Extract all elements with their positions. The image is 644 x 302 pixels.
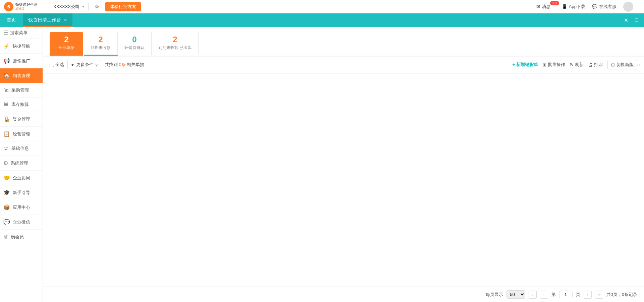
company-dropdown-arrow: ▼ xyxy=(82,5,85,8)
total-text: 共0页，0条记录 xyxy=(606,292,637,298)
print-label: 打印 xyxy=(594,62,603,68)
sales-icon: 🏠 xyxy=(3,72,10,79)
wecom-icon: 💬 xyxy=(3,219,10,225)
sidebar-newbie-label: 新手引导 xyxy=(13,190,30,196)
sidebar-item-inventory[interactable]: 🏛 库存核算 xyxy=(0,98,43,112)
online-service-label: 在线客服 xyxy=(599,4,616,10)
company-selector[interactable]: XXXXXX公司 ▼ xyxy=(50,2,89,11)
sidebar-item-marketing[interactable]: 📢 营销推广 xyxy=(0,54,43,68)
message-button[interactable]: ✉ 消息 99+ xyxy=(536,4,555,10)
operations-icon: 📋 xyxy=(3,131,10,137)
sidebar-item-basic-info[interactable]: 🗂 基础信息 xyxy=(0,141,43,156)
sidebar-basic-info-label: 基础信息 xyxy=(11,145,29,152)
tab-home[interactable]: 首页 xyxy=(0,13,23,27)
sidebar-item-quick-nav[interactable]: ⚡ 快捷导航 xyxy=(0,39,43,54)
trial-button[interactable]: 体验行业方案 xyxy=(105,2,141,11)
sidebar-item-wecom[interactable]: 💬 企业微信 xyxy=(0,215,43,230)
vip-icon: ♛ xyxy=(3,234,8,240)
header-right: ✉ 消息 99+ 📱 App下载 💬 在线客服 xyxy=(536,2,640,12)
message-icon: ✉ xyxy=(536,4,540,9)
enterprise-icon: 🤝 xyxy=(3,175,10,181)
stat-number-all: 2 xyxy=(56,35,76,44)
avatar[interactable] xyxy=(623,2,633,12)
company-name: XXXXXX公司 xyxy=(53,4,79,10)
quick-nav-icon: ⚡ xyxy=(3,43,10,49)
stat-tab-all[interactable]: 2 全部单据 xyxy=(50,32,83,56)
logo-area: 6 畅捷通好生意 标准版 xyxy=(4,2,47,11)
basic-info-icon: 🗂 xyxy=(3,145,9,152)
top-header: 6 畅捷通好生意 标准版 XXXXXX公司 ▼ ⚙ 体验行业方案 ✉ 消息 99… xyxy=(0,0,644,13)
select-all-label: 全选 xyxy=(55,62,64,68)
tab-close-button[interactable]: ✕ xyxy=(64,18,67,22)
filter-arrow: ∨ xyxy=(95,62,98,67)
stat-tab-overdue[interactable]: 2 到期未收款 xyxy=(84,32,118,56)
app-download-label: App下载 xyxy=(569,4,585,10)
sidebar-item-newbie[interactable]: 🎓 新手引导 xyxy=(0,185,43,200)
refresh-button[interactable]: ↻ 刷新 xyxy=(570,62,584,68)
logo-text: 畅捷通好生意 标准版 xyxy=(15,2,38,11)
sidebar-item-vip[interactable]: ♛ 畅会员 xyxy=(0,230,43,244)
marketing-icon: 📢 xyxy=(3,58,10,64)
purchase-icon: 🛍 xyxy=(3,87,9,93)
app-download-button[interactable]: 📱 App下载 xyxy=(562,4,585,10)
stat-tab-wangpu[interactable]: 0 旺铺待确认 xyxy=(118,32,152,56)
switch-version-button[interactable]: ⊡ 切换新版 xyxy=(607,60,637,69)
found-text: 共找到 0条 相关单据 xyxy=(105,62,144,68)
sidebar-wecom-label: 企业微信 xyxy=(13,219,30,225)
newbie-icon: 🎓 xyxy=(3,189,10,196)
main-content: 2 全部单据 2 到期未收款 0 旺铺待确认 2 到期未收款 已出库 全选 ▼ … xyxy=(43,27,644,302)
sidebar-item-purchase[interactable]: 🛍 采购管理 xyxy=(0,83,43,98)
sidebar-search[interactable]: ☰ 搜索菜单 xyxy=(0,27,43,39)
tab-current[interactable]: 钱货日清工作台 ✕ xyxy=(23,13,72,27)
sidebar-quick-nav-label: 快捷导航 xyxy=(13,43,30,49)
sidebar-vip-label: 畅会员 xyxy=(11,234,24,240)
tab-close-window-button[interactable]: ✕ xyxy=(622,16,630,24)
stat-label-overdue: 到期未收款 xyxy=(91,45,111,51)
add-order-button[interactable]: + 新增销货单 xyxy=(513,62,538,68)
stat-label-wangpu: 旺铺待确认 xyxy=(124,45,145,51)
more-filters-button[interactable]: ▼ 更多条件 ∨ xyxy=(67,60,101,69)
first-page-button[interactable]: « xyxy=(529,291,537,299)
toolbar-left: 全选 ▼ 更多条件 ∨ 共找到 0条 相关单据 xyxy=(50,60,508,69)
batch-icon: ⊞ xyxy=(543,62,546,67)
stat-label-shipped: 到期未收款 已出库 xyxy=(158,45,192,51)
sidebar-item-finance[interactable]: 🔒 资金管理 xyxy=(0,112,43,127)
service-icon: 💬 xyxy=(592,4,597,9)
batch-operation-button[interactable]: ⊞ 批量操作 xyxy=(543,62,565,68)
last-page-button[interactable]: » xyxy=(595,291,603,299)
system-icon: ⚙ xyxy=(3,160,8,166)
sidebar-item-operations[interactable]: 📋 经营管理 xyxy=(0,127,43,141)
inventory-icon: 🏛 xyxy=(3,102,9,108)
sidebar-item-system[interactable]: ⚙ 系统管理 xyxy=(0,156,43,171)
settings-button[interactable]: ⚙ xyxy=(92,2,102,12)
sidebar-enterprise-label: 企业协同 xyxy=(13,175,30,181)
page-label: 第 xyxy=(551,292,556,298)
more-filters-label: 更多条件 xyxy=(76,62,94,68)
print-button[interactable]: 🖨 打印 xyxy=(588,62,603,68)
tab-expand-button[interactable]: □ xyxy=(633,16,641,24)
stat-number-wangpu: 0 xyxy=(124,35,145,44)
sidebar-search-label: 搜索菜单 xyxy=(10,30,28,36)
sidebar-item-app-center[interactable]: 📦 应用中心 xyxy=(0,200,43,215)
per-page-select[interactable]: 50 100 200 xyxy=(506,290,525,299)
page-suffix: 页 xyxy=(576,292,580,298)
stat-number-shipped: 2 xyxy=(158,35,192,44)
per-page-label: 每页显示 xyxy=(486,292,503,298)
next-page-button[interactable]: › xyxy=(584,291,592,299)
prev-page-button[interactable]: ‹ xyxy=(540,291,548,299)
stat-number-overdue: 2 xyxy=(91,35,111,44)
filter-icon: ▼ xyxy=(70,62,75,67)
toolbar: 全选 ▼ 更多条件 ∨ 共找到 0条 相关单据 + 新增销货单 ⊞ 批量操作 ↻… xyxy=(43,57,644,73)
sidebar-item-sales[interactable]: 🏠 销售管理 xyxy=(0,68,43,83)
table-area xyxy=(43,74,644,287)
sidebar-item-enterprise[interactable]: 🤝 企业协同 xyxy=(0,171,43,185)
sidebar-operations-label: 经营管理 xyxy=(13,131,30,137)
online-service-button[interactable]: 💬 在线客服 xyxy=(592,4,616,10)
found-count: 0条 xyxy=(119,62,126,67)
stat-tab-shipped[interactable]: 2 到期未收款 已出库 xyxy=(152,32,199,56)
select-all-checkbox[interactable]: 全选 xyxy=(50,62,64,68)
select-all-input[interactable] xyxy=(50,63,54,67)
tab-bar-actions: ✕ □ xyxy=(622,13,644,27)
page-input[interactable] xyxy=(559,291,573,298)
toolbar-right: + 新增销货单 ⊞ 批量操作 ↻ 刷新 🖨 打印 ⊡ 切换新版 xyxy=(513,60,637,69)
